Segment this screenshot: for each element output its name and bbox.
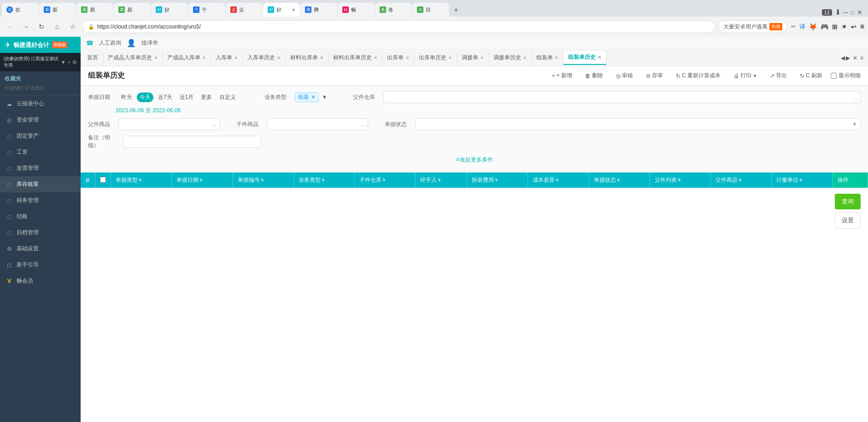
emoji-icon[interactable]: 🦊 (809, 23, 817, 30)
date-btn-more[interactable]: 更多 (198, 92, 215, 102)
th-handler[interactable]: 经手人⇅ (416, 173, 467, 188)
settings-btn[interactable]: 设置 (835, 212, 861, 229)
forward-btn[interactable]: → (19, 20, 32, 33)
sort-unit[interactable]: ⇅ (799, 178, 803, 182)
tab-in-order[interactable]: 入库单 ✕ (211, 51, 243, 65)
date-btn-yesterday[interactable]: 昨天 (118, 92, 135, 102)
column-settings-icon[interactable]: ⚙ (85, 177, 90, 184)
cut-icon[interactable]: ✂ (791, 23, 796, 30)
tab-more[interactable]: ≡ (860, 55, 863, 61)
tab-transfer-hist[interactable]: 调拨单历史 ✕ (489, 51, 532, 65)
sidebar-item-member[interactable]: V 畅会员 (0, 273, 81, 289)
order-status-dropdown[interactable]: ▼ (852, 121, 857, 127)
tab-out-order-close[interactable]: ✕ (405, 55, 409, 60)
tab-out-hist-close[interactable]: ✕ (448, 55, 452, 60)
parent-goods-more[interactable]: ... (212, 121, 217, 127)
user-name[interactable]: 徐泽华 (141, 39, 158, 47)
tab-assemble[interactable]: 组装单 ✕ (532, 51, 563, 65)
date-btn-custom[interactable]: 自定义 (217, 92, 239, 102)
sidebar-item-invoice[interactable]: □ 发票管理 (0, 160, 81, 176)
browser-tab-2[interactable]: 新 新 (39, 3, 76, 17)
print-btn[interactable]: 🖨 打印 ▼ (729, 70, 762, 81)
th-child-warehouse[interactable]: 子件仓库⇅ (355, 173, 416, 188)
th-disassemble-fee[interactable]: 拆装费用⇅ (467, 173, 528, 188)
sidebar-item-inventory[interactable]: □ 库存核算 (0, 176, 81, 192)
bookmark-btn[interactable]: ☆ (66, 20, 79, 33)
tab-prod-in-hist[interactable]: 产成品入库单历史 ✕ (103, 51, 163, 65)
biz-type-dropdown[interactable]: ▼ (322, 94, 327, 100)
delete-btn[interactable]: 🗑 删除 (581, 70, 608, 81)
sort-order-status[interactable]: ⇅ (617, 178, 620, 182)
sort-cost-diff[interactable]: ⇅ (556, 178, 559, 182)
parent-goods-input[interactable]: ... (118, 118, 220, 130)
tab-scroll-right[interactable]: ▶ (846, 55, 850, 61)
menu-icon[interactable]: ≡ (860, 23, 864, 31)
sort-disassemble-fee[interactable]: ⇅ (495, 178, 498, 182)
th-biz-type[interactable]: 业务类型⇅ (293, 173, 354, 188)
minimize-btn[interactable]: ─ (844, 9, 848, 16)
tab-transfer-close[interactable]: ✕ (480, 55, 484, 60)
th-order-date[interactable]: 单据日期⇅ (172, 173, 233, 188)
theme-icon[interactable]: ☀ (841, 23, 847, 30)
sidebar-item-asset[interactable]: □ 固定资产 (0, 128, 81, 144)
show-detail-check[interactable]: 显示明细 (831, 72, 861, 80)
order-status-input[interactable]: ▼ (415, 118, 861, 130)
browser-tab-1[interactable]: 在 在 (2, 3, 39, 17)
sort-order-no[interactable]: ⇅ (261, 178, 264, 182)
sidebar-item-fund[interactable]: ◎ 资金管理 (0, 112, 81, 128)
date-btn-1month[interactable]: 近1月 (177, 92, 197, 102)
tab-mat-out-hist[interactable]: 材料出库单历史 ✕ (328, 51, 382, 65)
browser-tab-6[interactable]: 个 个 (188, 3, 225, 17)
browser-tab-5[interactable]: 好 好 (151, 3, 188, 17)
help-label[interactable]: 人工咨询 (99, 39, 121, 47)
note-field[interactable] (126, 139, 258, 145)
browser-tab-8[interactable]: 好 好 ✕ (263, 3, 300, 17)
company-dropdown-icon[interactable]: ▼ (61, 59, 66, 65)
browser-tab-8-close[interactable]: ✕ (292, 7, 295, 12)
game-icon[interactable]: 🎮 (821, 23, 828, 30)
child-goods-input[interactable]: ... (267, 118, 368, 130)
approve-btn[interactable]: ◎ 审核 (611, 70, 638, 81)
sort-child-warehouse[interactable]: ⇅ (382, 178, 386, 182)
browser-tab-7[interactable]: 企 企 (226, 3, 263, 17)
tab-mat-out-close[interactable]: ✕ (320, 55, 323, 60)
parent-warehouse-more[interactable]: ... (853, 94, 857, 100)
tab-in-order-close[interactable]: ✕ (234, 55, 238, 60)
th-settings[interactable]: ⚙ (81, 173, 95, 188)
company-bar[interactable]: (勿删勿禁用) 江西服宝测试专用 ▼ + ⚙ (0, 53, 81, 71)
child-goods-field[interactable] (270, 121, 358, 127)
home-btn[interactable]: ⌂ (51, 20, 64, 33)
tab-assemble-close[interactable]: ✕ (555, 55, 558, 60)
sidebar-item-tax[interactable]: □ 税务管理 (0, 192, 81, 208)
th-parent-list[interactable]: 父件列表⇅ (650, 173, 710, 188)
sidebar-item-payroll[interactable]: □ 工资 (0, 144, 81, 160)
sort-handler[interactable]: ⇅ (438, 178, 441, 182)
browser-tab-4[interactable]: 易 易 (114, 3, 151, 17)
select-all-checkbox[interactable] (100, 177, 106, 183)
sidebar-item-archive[interactable]: □ 归档管理 (0, 225, 81, 241)
browser-tab-9[interactable]: 腾 腾 (300, 3, 337, 17)
recalculate-btn[interactable]: ↻ C 重新计算成本 (671, 70, 725, 81)
browser-tab-11[interactable]: 各 各 (375, 3, 412, 17)
translate-icon[interactable]: 译 (799, 23, 805, 31)
downloads-icon[interactable]: ⬇ (835, 8, 841, 17)
print-dropdown-icon[interactable]: ▼ (753, 74, 757, 78)
parent-warehouse-field[interactable] (387, 94, 851, 100)
child-goods-more[interactable]: ... (360, 121, 365, 127)
tab-assemble-hist[interactable]: 组装单历史 ✕ (563, 51, 606, 65)
sort-biz-type[interactable]: ⇅ (322, 178, 325, 182)
th-unit[interactable]: 计量单位⇅ (772, 173, 833, 188)
sort-order-date[interactable]: ⇅ (199, 178, 203, 182)
tab-out-order[interactable]: 出库单 ✕ (382, 51, 414, 65)
address-input[interactable]: 🔒 https://cloud.chanjet.com/accounting/u… (82, 20, 716, 33)
tab-transfer[interactable]: 调拨单 ✕ (457, 51, 489, 65)
browser-tab-10[interactable]: M 畅 (338, 3, 375, 17)
maximize-btn[interactable]: □ (851, 9, 854, 16)
refresh-btn[interactable]: ↻ C 刷新 (795, 70, 827, 81)
th-cost-diff[interactable]: 成本差异⇅ (528, 173, 589, 188)
th-checkbox[interactable] (95, 173, 111, 188)
back-btn[interactable]: ← (4, 20, 17, 33)
close-btn[interactable]: ✕ (857, 9, 862, 16)
query-btn[interactable]: 查询 (835, 194, 861, 209)
sidebar-item-report[interactable]: ☁ 云报表中心 (0, 96, 81, 112)
